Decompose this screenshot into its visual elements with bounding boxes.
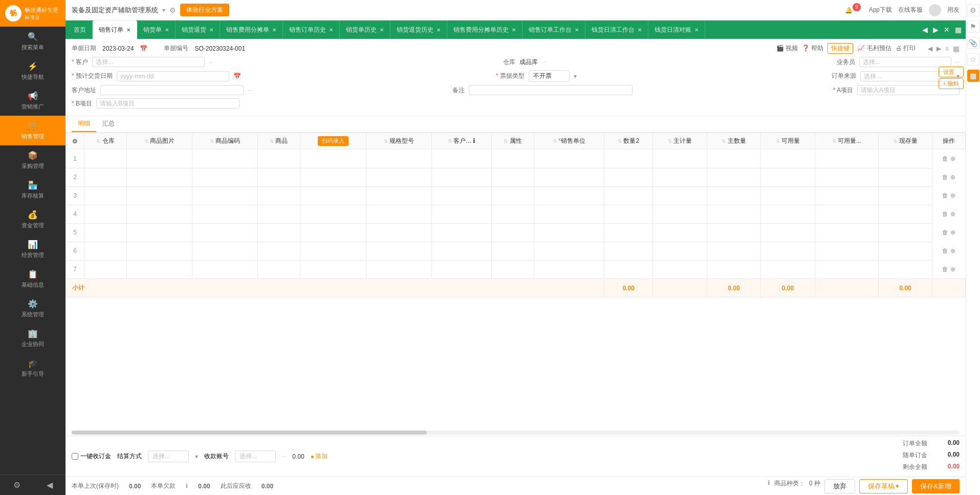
calendar-icon[interactable]: 📅 <box>233 73 241 80</box>
tab-sales-refund-history[interactable]: 销货退货历史 ✕ <box>390 20 447 39</box>
tab-sales-order[interactable]: 销售订单 ✕ <box>93 20 137 39</box>
payment-method-dropdown-icon[interactable]: ▾ <box>195 453 198 460</box>
row-available2[interactable] <box>815 149 878 168</box>
tab-sales-return[interactable]: 销货单 ✕ <box>137 20 176 39</box>
product-types-info-icon[interactable]: ℹ <box>768 479 770 493</box>
view-btn[interactable]: 🎬 视频 <box>776 44 798 53</box>
sidebar-item-marketing[interactable]: 📢 营销推广 <box>0 86 66 116</box>
discard-button[interactable]: 放弃 <box>824 479 855 493</box>
customer-input[interactable] <box>92 57 205 67</box>
delivery-date-input[interactable] <box>117 71 229 81</box>
tab-close-icon[interactable]: ✕ <box>437 27 441 33</box>
tab-sales-refund[interactable]: 销货退货 ✕ <box>176 20 220 39</box>
tab-close-icon[interactable]: ✕ <box>638 27 642 33</box>
sidebar-item-quick-nav[interactable]: ⚡ 快捷导航 <box>0 56 66 86</box>
salesperson-dots[interactable]: ··· <box>955 59 960 65</box>
delete-row-icon[interactable]: 🗑 <box>942 229 948 236</box>
sidebar-item-system[interactable]: ⚙️ 系统管理 <box>0 294 66 324</box>
help-btn[interactable]: ❓ 帮助 <box>802 44 823 53</box>
note-input[interactable] <box>469 85 633 95</box>
row-attributes[interactable] <box>492 149 534 168</box>
sidebar-collapse-icon[interactable]: ◀ <box>47 480 53 490</box>
delete-row-icon[interactable]: 🗑 <box>942 247 948 254</box>
delete-row-icon[interactable]: 🗑 <box>942 155 948 162</box>
one-click-payment-input[interactable] <box>72 453 78 460</box>
row-sales-unit[interactable] <box>534 149 604 168</box>
tab-cash-daily-workbench[interactable]: 钱货日清工作台 ✕ <box>585 20 648 39</box>
row-spec[interactable] <box>366 149 431 168</box>
sidebar-item-newbie[interactable]: 🎓 新手引导 <box>0 353 66 383</box>
row-warehouse[interactable] <box>84 149 127 168</box>
row-main-unit[interactable] <box>653 149 707 168</box>
copy-row-icon[interactable]: ⊕ <box>950 210 955 218</box>
b-project-input[interactable] <box>96 98 239 109</box>
right-clip-icon[interactable]: 📎 <box>967 37 979 49</box>
right-flag-icon[interactable]: ⚑ <box>967 20 979 33</box>
collection-dots[interactable]: ··· <box>282 454 286 459</box>
next-record-icon[interactable]: ▶ <box>937 45 941 52</box>
tab-close-icon[interactable]: ✕ <box>209 27 213 33</box>
table-wrapper[interactable]: ⚙ ⇅ 仓库 ⇅ 商品图片 ⇅ 商品编码 ⇅ 商品 扫码录入 ⇅ 规格型号 ⇅ … <box>66 133 966 429</box>
tab-sales-order-workbench[interactable]: 销售订单工作台 ✕ <box>522 20 585 39</box>
row-main-quantity[interactable] <box>707 149 760 168</box>
delete-row-icon[interactable]: 🗑 <box>942 210 948 218</box>
list-view-icon[interactable]: ≡ <box>945 45 949 52</box>
tab-detail[interactable]: 明细 <box>72 116 96 132</box>
copy-row-icon[interactable]: ⊕ <box>950 229 955 236</box>
app-download-link[interactable]: App下载 <box>869 6 892 14</box>
current-owe-info-icon[interactable]: ℹ <box>186 483 188 489</box>
tab-more-button[interactable]: ▦ <box>953 26 964 34</box>
tab-cash-reconcile[interactable]: 钱货日清对账 ✕ <box>648 20 705 39</box>
delete-row-icon[interactable]: 🗑 <box>942 174 948 181</box>
delete-row-icon[interactable]: 🗑 <box>942 266 948 273</box>
copy-row-icon[interactable]: ⊕ <box>950 247 955 254</box>
tab-summary[interactable]: 汇总 <box>96 116 121 132</box>
scan-input-button[interactable]: 扫码录入 <box>318 136 349 146</box>
settings-button[interactable]: 设置 <box>939 67 964 77</box>
invoice-type-dropdown-icon[interactable]: ▾ <box>574 73 577 80</box>
sidebar-item-base-info[interactable]: 📋 基础信息 <box>0 264 66 294</box>
print-btn[interactable]: 🖨 打印 <box>896 44 916 53</box>
row-current-stock[interactable] <box>878 149 932 168</box>
copy-row-icon[interactable]: ⊕ <box>950 155 955 162</box>
sidebar-item-enterprise[interactable]: 🏢 企业协同 <box>0 324 66 353</box>
right-star-icon[interactable]: ☆ <box>967 53 979 66</box>
copy-row-icon[interactable]: ⊕ <box>950 266 955 273</box>
tab-close-icon[interactable]: ✕ <box>575 27 579 33</box>
sidebar-item-sales[interactable]: 🛒 销售管理 <box>0 116 66 145</box>
payment-method-select[interactable]: 选择... <box>148 450 189 462</box>
row-customer-code[interactable] <box>431 149 491 168</box>
right-settings-icon[interactable]: ⚙ <box>967 4 979 16</box>
salesperson-input[interactable] <box>859 57 951 67</box>
tab-sales-expense-history[interactable]: 销售费用分摊单历史 ✕ <box>447 20 522 39</box>
save-new-button[interactable]: 保存&新增 <box>912 479 960 493</box>
customer-address-input[interactable] <box>100 85 244 95</box>
add-item-button[interactable]: + 物料 <box>939 78 964 89</box>
tab-close-icon[interactable]: ✕ <box>694 27 699 33</box>
tab-home[interactable]: 首页 <box>68 20 93 39</box>
online-service-link[interactable]: 在线客服 <box>898 6 923 14</box>
notification-area[interactable]: 🔔 9 <box>845 6 862 14</box>
form-view-icon[interactable]: ▦ <box>953 45 960 53</box>
tab-close-icon[interactable]: ✕ <box>380 27 384 33</box>
tab-sales-expense[interactable]: 销售费用分摊单 ✕ <box>220 20 283 39</box>
scroll-thumb[interactable] <box>72 431 427 435</box>
tab-close-icon[interactable]: ✕ <box>272 27 276 33</box>
row-product-code[interactable] <box>192 149 257 168</box>
sidebar-item-operations[interactable]: 📊 经营管理 <box>0 234 66 264</box>
delete-row-icon[interactable]: 🗑 <box>942 192 948 199</box>
shortcut-btn[interactable]: 快捷键 <box>827 43 853 54</box>
tab-close-icon[interactable]: ✕ <box>126 27 130 33</box>
copy-row-icon[interactable]: ⊕ <box>950 192 955 199</box>
dropdown-icon[interactable]: ▾ <box>162 7 165 14</box>
sidebar-item-inventory[interactable]: 🏪 库存核算 <box>0 175 66 205</box>
sidebar-item-purchase[interactable]: 📦 采购管理 <box>0 145 66 175</box>
save-draft-button[interactable]: 保存草稿 ▾ <box>859 479 908 493</box>
solution-button[interactable]: 体验行业方案 <box>180 4 229 16</box>
customer-dots[interactable]: ··· <box>209 59 213 65</box>
tab-close-icon[interactable]: ✕ <box>512 27 516 33</box>
th-settings[interactable]: ⚙ <box>66 133 84 149</box>
collection-account-select[interactable]: 选择... <box>235 450 276 462</box>
save-draft-dropdown-icon[interactable]: ▾ <box>896 482 899 490</box>
row-product-image[interactable] <box>126 149 192 168</box>
